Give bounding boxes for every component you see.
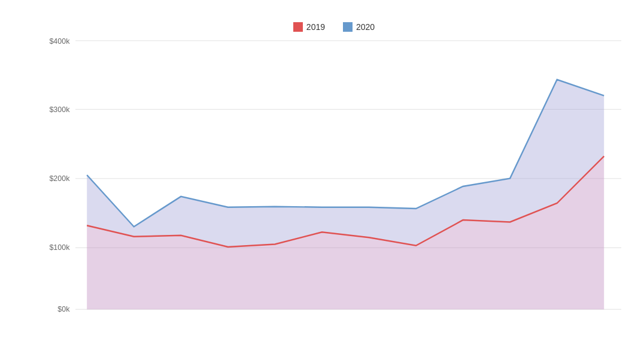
chart-container: 2019 2020 $400k $300k $200k [11, 10, 633, 346]
y-label-100k: $100k [49, 243, 70, 252]
legend-item-2019: 2019 [293, 22, 325, 32]
y-label-200k: $200k [49, 174, 70, 183]
y-label-0k: $0k [57, 305, 70, 313]
chart-svg-wrapper: $400k $300k $200k $100k $0k [47, 38, 621, 313]
legend-label-2019: 2019 [306, 22, 325, 32]
chart-legend: 2019 2020 [47, 22, 621, 32]
legend-label-2020: 2020 [356, 22, 375, 32]
legend-item-2020: 2020 [343, 22, 375, 32]
legend-swatch-2019 [293, 22, 303, 32]
chart-svg: $400k $300k $200k $100k $0k [47, 38, 621, 313]
y-label-300k: $300k [49, 105, 70, 114]
y-label-400k: $400k [49, 38, 70, 46]
legend-swatch-2020 [343, 22, 353, 32]
